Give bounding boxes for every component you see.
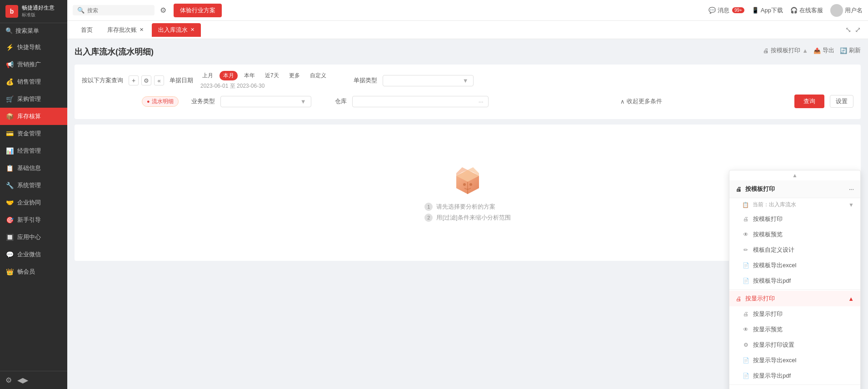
sidebar-item-enterprise[interactable]: 🤝 企业协同 — [0, 194, 67, 211]
collapse-more-button[interactable]: ∧ 收起更多条件 — [620, 97, 662, 105]
refresh-icon: 🔄 — [840, 47, 847, 54]
filter-add-button[interactable]: + — [129, 75, 139, 85]
sidebar-item-inventory[interactable]: 📦 库存核算 — [0, 108, 67, 125]
dropdown-template-preview[interactable]: 👁 按模板预览 — [729, 227, 860, 242]
date-tabs: 上月 本月 本年 近7天 更多 自定义 — [199, 71, 330, 80]
date-tab-more[interactable]: 更多 — [285, 71, 304, 80]
tab-restore-icon[interactable]: ⤡ — [845, 25, 851, 34]
display-excel-icon: 📄 — [742, 357, 749, 364]
online-service-button[interactable]: 🎧 在线客服 — [790, 6, 823, 15]
filter-row-top: 按以下方案查询 + ⚙ « 单据日期 上月 本月 本年 近7天 更多 自定义 — [82, 71, 853, 90]
dropdown-display-print[interactable]: 🖨 按显示打印 — [729, 306, 860, 322]
dropdown-template-export-pdf[interactable]: 📄 按模板导出pdf — [729, 273, 860, 289]
sidebar-item-operations[interactable]: 📊 经营管理 — [0, 142, 67, 160]
date-tab-last-7-days[interactable]: 近7天 — [261, 71, 283, 80]
topbar-search-box[interactable]: 🔍 — [73, 5, 155, 15]
dropdown-display-export-pdf[interactable]: 📄 按显示导出pdf — [729, 368, 860, 384]
refresh-button[interactable]: 🔄 刷新 — [840, 46, 861, 55]
tab-inout-flow-close[interactable]: ✕ — [190, 27, 195, 33]
template-pdf-icon: 📄 — [742, 278, 749, 284]
dropdown-display-preview[interactable]: 👁 按显示预览 — [729, 322, 860, 337]
sidebar-item-guide[interactable]: 🎯 新手引导 — [0, 211, 67, 229]
doc-type-label: 单据类型 — [354, 76, 377, 85]
template-preview-icon: 👁 — [742, 231, 749, 238]
dropdown-current-label: 📋 当前：出入库流水 ▼ — [729, 198, 860, 211]
purchase-icon: 🛒 — [5, 95, 14, 103]
user-avatar-button[interactable]: 用户名 — [830, 4, 863, 17]
dropdown-header-icons: ··· — [849, 186, 854, 193]
sidebar-item-system[interactable]: 🔧 系统管理 — [0, 177, 67, 194]
dropdown-current-arrow: ▼ — [848, 202, 854, 208]
empty-steps-list: 1 请先选择要分析的方案 2 用[过滤]条件来缩小分析范围 — [424, 203, 510, 224]
tab-home[interactable]: 首页 — [75, 23, 99, 37]
print-template-button[interactable]: 🖨 按模板打印 ▲ — [763, 46, 808, 55]
date-tab-this-year[interactable]: 本年 — [240, 71, 259, 80]
tab-batch-account[interactable]: 库存批次账 ✕ — [101, 23, 150, 37]
sidebar-item-finance[interactable]: 💳 资金管理 — [0, 125, 67, 142]
settings-small-button[interactable]: 设置 — [830, 95, 853, 108]
sidebar-footer: ⚙ ◀▶ — [0, 371, 67, 389]
enterprise-wechat-icon: 💬 — [5, 251, 14, 258]
business-type-select[interactable]: ▼ — [220, 96, 311, 107]
collapse-up-icon: ∧ — [620, 98, 625, 105]
sidebar-item-enterprise-wechat[interactable]: 💬 企业微信 — [0, 246, 67, 263]
doc-type-select[interactable]: ▼ — [383, 75, 474, 86]
app-logo-icon: b — [5, 5, 18, 18]
quick-nav-icon: ⚡ — [5, 44, 14, 51]
dropdown-scroll-up[interactable]: ▲ — [729, 170, 860, 180]
tab-batch-account-close[interactable]: ✕ — [140, 27, 144, 33]
page-actions: 🖨 按模板打印 ▲ 📤 导出 🔄 刷新 — [763, 46, 861, 55]
industry-solution-button[interactable]: 体验行业方案 — [174, 4, 222, 17]
template-custom-icon: ✏ — [742, 247, 749, 253]
warehouse-select[interactable]: ··· — [352, 96, 489, 107]
messages-badge: 99+ — [732, 7, 744, 13]
messages-icon: 💬 — [708, 7, 716, 14]
avatar — [830, 4, 843, 17]
tab-inout-flow[interactable]: 出入库流水 ✕ — [152, 23, 201, 37]
sidebar-search-menu[interactable]: 🔍 搜索菜单 — [0, 23, 67, 39]
sidebar-item-purchase[interactable]: 🛒 采购管理 — [0, 90, 67, 108]
sidebar-item-quick-nav[interactable]: ⚡ 快捷导航 — [0, 39, 67, 56]
display-pdf-icon: 📄 — [742, 373, 749, 379]
print-dropdown-panel: ▲ 🖨 按模板打印 ··· 📋 当前：出入库流水 — [729, 170, 861, 389]
date-tab-this-month[interactable]: 本月 — [219, 71, 238, 80]
warehouse-dots: ··· — [479, 98, 484, 105]
query-button[interactable]: 查询 — [794, 95, 824, 108]
dropdown-display-print-settings[interactable]: ⚙ 按显示打印设置 — [729, 337, 860, 353]
filter-card: 按以下方案查询 + ⚙ « 单据日期 上月 本月 本年 近7天 更多 自定义 — [75, 65, 861, 119]
sidebar-item-app-center[interactable]: 🔲 应用中心 — [0, 229, 67, 246]
print-icon: 🖨 — [763, 47, 769, 54]
dropdown-template-print[interactable]: 🖨 按模板打印 — [729, 211, 860, 227]
export-button[interactable]: 📤 导出 — [813, 46, 834, 55]
filter-settings-button[interactable]: ⚙ — [141, 75, 151, 85]
tab-expand-icon[interactable]: ⤢ — [855, 25, 861, 34]
messages-button[interactable]: 💬 消息 99+ — [708, 6, 744, 15]
sidebar-item-marketing[interactable]: 📢 营销推广 — [0, 56, 67, 73]
sidebar-item-sales[interactable]: 💰 销售管理 — [0, 73, 67, 90]
business-type-arrow: ▼ — [300, 98, 306, 105]
data-area: 1 请先选择要分析的方案 2 用[过滤]条件来缩小分析范围 ▲ 🖨 — [75, 125, 861, 261]
sidebar-nav: ⚡ 快捷导航 📢 营销推广 💰 销售管理 🛒 采购管理 📦 库存核算 💳 资金管… — [0, 39, 67, 371]
topbar-settings-icon[interactable]: ⚙ — [160, 6, 166, 15]
operations-icon: 📊 — [5, 147, 14, 155]
sidebar-item-basic-info[interactable]: 📋 基础信息 — [0, 160, 67, 177]
dropdown-display-section[interactable]: 🖨 按显示打印 ▲ — [729, 291, 860, 306]
dropdown-default-function[interactable]: ⚙ 设置默认功能 ▼ — [729, 386, 860, 389]
date-label: 单据日期 — [170, 76, 193, 85]
headset-icon: 🎧 — [790, 7, 798, 14]
sales-icon: 💰 — [5, 78, 14, 85]
dropdown-more-icon[interactable]: ··· — [849, 186, 854, 193]
date-tab-last-month[interactable]: 上月 — [199, 71, 217, 80]
app-download-button[interactable]: 📱 App下载 — [752, 6, 783, 15]
dropdown-template-custom[interactable]: ✏ 模板自定义设计 — [729, 242, 860, 258]
tabs-bar: 首页 库存批次账 ✕ 出入库流水 ✕ ⤡ ⤢ — [67, 21, 868, 39]
sidebar-collapse-icon[interactable]: ◀▶ — [17, 376, 28, 384]
dropdown-display-export-excel[interactable]: 📄 按显示导出excel — [729, 353, 860, 368]
date-tab-custom[interactable]: 自定义 — [306, 71, 330, 80]
sidebar-settings-icon[interactable]: ⚙ — [5, 376, 12, 384]
topbar-search-input[interactable] — [87, 7, 142, 14]
sidebar-item-membership[interactable]: 👑 畅会员 — [0, 263, 67, 280]
flow-detail-tag[interactable]: ● 流水明细 — [142, 96, 179, 107]
filter-collapse-button[interactable]: « — [154, 75, 164, 85]
dropdown-template-export-excel[interactable]: 📄 按模板导出excel — [729, 258, 860, 273]
